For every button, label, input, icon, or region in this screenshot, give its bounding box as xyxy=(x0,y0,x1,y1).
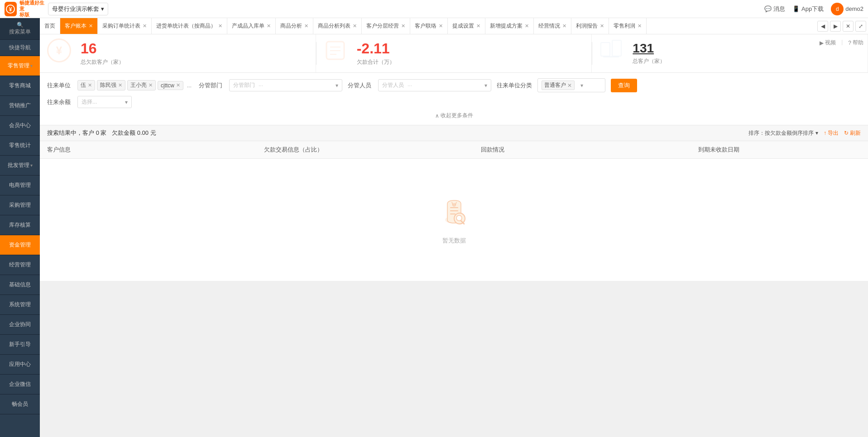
unit-tag-wang[interactable]: 王小亮 ✕ xyxy=(127,80,156,90)
sidebar-item-retail-mall[interactable]: 零售商城 xyxy=(0,76,40,96)
collapse-button[interactable]: ∧ 收起更多条件 xyxy=(47,112,861,119)
tab-operations[interactable]: 经营情况 ✕ xyxy=(534,18,571,34)
tab-close-icon[interactable]: ✕ xyxy=(476,23,480,29)
tab-close-all[interactable]: ✕ xyxy=(843,21,854,32)
unit-tag-wu[interactable]: 伍 ✕ xyxy=(77,80,95,90)
person-select[interactable]: 分管人员 ··· ▾ xyxy=(378,79,491,91)
svg-text:¥: ¥ xyxy=(9,6,12,13)
tab-product-analysis-list[interactable]: 商品分析列表 ✕ xyxy=(313,18,362,34)
chevron-down-icon: ▾ xyxy=(580,82,583,89)
sidebar-item-basic-info[interactable]: 基础信息 xyxy=(0,275,40,295)
sidebar-search[interactable]: 🔍 搜索菜单 xyxy=(0,18,40,40)
sidebar-item-marketing[interactable]: 营销推广 xyxy=(0,96,40,116)
tag-close-icon[interactable]: ✕ xyxy=(88,82,92,88)
unit-tag-cjttcw[interactable]: cjttcw ✕ xyxy=(158,81,183,90)
sort-selector[interactable]: 排序：按欠款金额倒序排序 ▾ xyxy=(748,129,818,137)
tab-customer-tier[interactable]: 客户分层经营 ✕ xyxy=(362,18,410,34)
tab-add-commission[interactable]: 新增提成方案 ✕ xyxy=(485,18,534,34)
data-table: 客户信息 欠款交易信息（占比） 回款情况 到期未收款日期 xyxy=(40,141,868,281)
sidebar-item-app-center[interactable]: 应用中心 xyxy=(0,355,40,375)
tab-close-icon[interactable]: ✕ xyxy=(525,23,529,29)
sidebar-item-retail-management[interactable]: 零售管理 ▾ xyxy=(0,56,40,76)
tab-customer-contact[interactable]: 客户联络 ✕ xyxy=(410,18,448,34)
table-header: 客户信息 欠款交易信息（占比） 回款情况 到期未收款日期 xyxy=(40,141,868,159)
video-button[interactable]: ▶ 视频 xyxy=(820,39,836,47)
sidebar-quick-nav[interactable]: 快捷导航 xyxy=(0,40,40,56)
export-button[interactable]: ↑ 导出 xyxy=(824,129,839,137)
logo-text-2: 标版 xyxy=(19,12,44,18)
empty-text: 暂无数据 xyxy=(442,237,466,245)
balance-select[interactable]: 选择... ▾ xyxy=(77,96,132,108)
svg-text:¥: ¥ xyxy=(56,44,62,57)
person-filter-label: 分管人员 xyxy=(348,81,373,90)
tab-purchase-stats-product[interactable]: 进货单统计表（按商品） ✕ xyxy=(152,18,227,34)
chevron-down-icon: ▾ xyxy=(125,99,128,105)
tag-close-icon[interactable]: ✕ xyxy=(118,82,122,88)
sidebar-item-inventory[interactable]: 库存核算 xyxy=(0,215,40,235)
filter-row-2: 往来余额 选择... ▾ xyxy=(47,96,861,108)
tab-scroll-left[interactable]: ◀ xyxy=(817,21,828,32)
sidebar-item-purchase[interactable]: 采购管理 xyxy=(0,195,40,215)
app-download-button[interactable]: 📱 App下载 xyxy=(792,5,824,13)
tab-close-icon[interactable]: ✕ xyxy=(267,23,271,29)
sidebar-item-system[interactable]: 系统管理 xyxy=(0,295,40,315)
stat-number-debt: -2.11 xyxy=(357,41,395,56)
query-button[interactable]: 查询 xyxy=(611,79,637,92)
tab-close-icon[interactable]: ✕ xyxy=(600,23,604,29)
tab-scroll-right[interactable]: ▶ xyxy=(830,21,841,32)
tab-home[interactable]: 首页 xyxy=(40,18,60,34)
sidebar-item-operations[interactable]: 经营管理 xyxy=(0,255,40,275)
sidebar-item-wechat[interactable]: 企业微信 xyxy=(0,375,40,394)
tag-close-icon[interactable]: ✕ xyxy=(567,82,572,89)
tag-close-icon[interactable]: ✕ xyxy=(149,82,153,88)
logo-text-1: 畅捷通好生意 xyxy=(19,0,44,12)
sidebar-item-member-center[interactable]: 会员中心 xyxy=(0,116,40,136)
sidebar-item-wholesale[interactable]: 批发管理 ▾ xyxy=(0,156,40,176)
unit-type-label: 往来单位分类 xyxy=(497,81,532,90)
sidebar-item-guide[interactable]: 新手引导 xyxy=(0,335,40,355)
tag-close-icon[interactable]: ✕ xyxy=(176,82,180,88)
avatar: d xyxy=(831,3,844,15)
tab-close-icon[interactable]: ✕ xyxy=(439,23,443,29)
stat-label-customers: 总欠款客户（家） xyxy=(81,58,124,66)
stat-total-customers: ¥ 16 总欠款客户（家） xyxy=(40,34,316,72)
tab-close-icon[interactable]: ✕ xyxy=(638,23,642,29)
tab-profit-report[interactable]: 利润报告 ✕ xyxy=(571,18,609,34)
sidebar-item-retail-stats[interactable]: 零售统计 xyxy=(0,136,40,156)
sidebar-item-member[interactable]: 畅会员 xyxy=(0,394,40,414)
tab-close-icon[interactable]: ✕ xyxy=(143,23,147,29)
dept-select[interactable]: 分管部门 ··· ▾ xyxy=(229,79,342,91)
tab-close-icon[interactable]: ✕ xyxy=(353,23,357,29)
tab-close-icon[interactable]: ✕ xyxy=(401,23,405,29)
tab-retail-profit[interactable]: 零售利润 ✕ xyxy=(609,18,647,34)
result-info: 搜索结果中，客户 0 家 欠款金额 0.00 元 xyxy=(47,129,156,137)
header-left: ¥ 畅捷通好生意 标版 母婴行业演示帐套 ▾ xyxy=(5,0,108,18)
col-header-customer: 客户信息 xyxy=(47,146,264,154)
unit-type-select[interactable]: 普通客户 ✕ ▾ xyxy=(537,78,605,92)
tab-customer-ledger[interactable]: 客户账本 ✕ xyxy=(60,18,98,34)
app-icon: 📱 xyxy=(792,5,800,12)
tab-commission-settings[interactable]: 提成设置 ✕ xyxy=(448,18,485,34)
user-avatar-button[interactable]: d demo2 xyxy=(831,3,863,15)
sidebar-item-finance[interactable]: 资金管理 xyxy=(0,235,40,255)
stat-number-customers: 16 xyxy=(81,41,124,56)
sidebar-item-ecommerce[interactable]: 电商管理 xyxy=(0,176,40,195)
col-header-date: 到期未收款日期 xyxy=(698,146,861,154)
help-button[interactable]: ? 帮助 xyxy=(848,39,863,47)
logo-area: ¥ 畅捷通好生意 标版 xyxy=(5,0,44,18)
refresh-button[interactable]: ↻ 刷新 xyxy=(844,129,861,137)
system-selector[interactable]: 母婴行业演示帐套 ▾ xyxy=(48,3,108,15)
message-button[interactable]: 💬 消息 xyxy=(764,5,785,13)
tab-finished-goods[interactable]: 产成品入库单 ✕ xyxy=(227,18,276,34)
unit-tag-chen[interactable]: 陈民强 ✕ xyxy=(97,80,125,90)
tab-product-analysis[interactable]: 商品分析 ✕ xyxy=(276,18,313,34)
tab-purchase-order-stats[interactable]: 采购订单统计表 ✕ xyxy=(98,18,152,34)
tab-close-icon[interactable]: ✕ xyxy=(304,23,308,29)
tab-expand[interactable]: ⤢ xyxy=(855,21,866,32)
tab-close-icon[interactable]: ✕ xyxy=(562,23,566,29)
unit-type-selected-tag[interactable]: 普通客户 ✕ xyxy=(542,81,575,90)
sidebar-item-enterprise[interactable]: 企业协同 xyxy=(0,315,40,335)
unit-tag-more[interactable]: ... xyxy=(185,81,193,90)
tab-close-icon[interactable]: ✕ xyxy=(218,23,222,29)
tab-close-icon[interactable]: ✕ xyxy=(89,23,93,29)
